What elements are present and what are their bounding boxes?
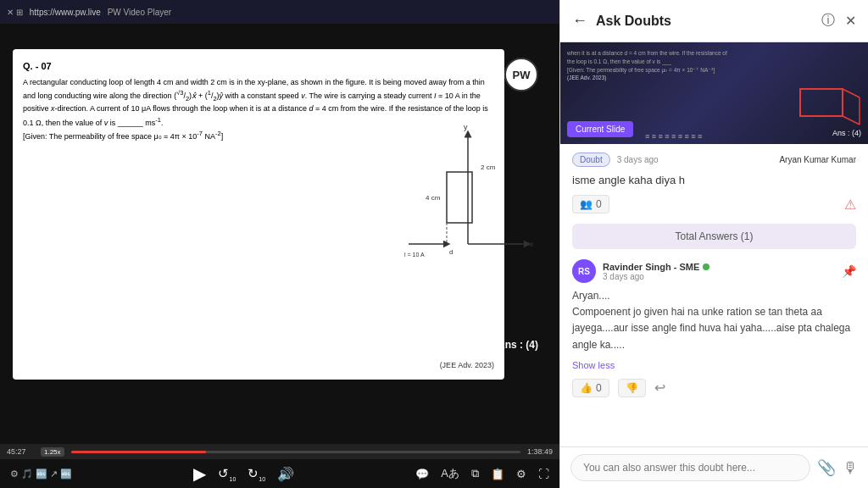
chat-button[interactable]: 💬: [415, 468, 429, 480]
control-icons-row: ⚙ 🎵 🔤 ↗ 🔤 ▶ ↺10 ↻10 🔊 💬 Aあ ⧉ 📋 ⚙ ⛶: [0, 459, 559, 488]
doubt-meta-row: Doubt 3 days ago Aryan Kumar Kumar: [572, 152, 856, 167]
time-total: 1:38:49: [527, 447, 553, 456]
doubt-warn-icon[interactable]: ⚠: [844, 197, 856, 213]
forward-button[interactable]: ↻10: [248, 466, 265, 482]
translate-button[interactable]: Aあ: [441, 466, 459, 481]
answer-avatar: RS: [572, 259, 596, 283]
verified-icon: [703, 263, 709, 270]
pw-logo: PW: [504, 58, 538, 92]
current-slide-button[interactable]: Current Slide: [567, 121, 633, 137]
mic-icon[interactable]: 🎙: [843, 459, 858, 477]
answer-author-left: RS Ravinder Singh - SME 3 days ago: [572, 259, 709, 283]
svg-text:2 cm: 2 cm: [481, 164, 496, 171]
browser-icon: ✕ ⊞: [7, 8, 23, 17]
doubt-like-button[interactable]: 👥 0: [572, 195, 609, 214]
thumb-ans-badge: Ans : (4): [832, 129, 861, 137]
doubt-thumbnail: when it is at a distance d = 4 cm from t…: [560, 42, 868, 144]
doubt-tag: Doubt: [572, 152, 610, 167]
doubt-like-count: 0: [596, 198, 602, 210]
toolbar-icons-left: ⚙ 🎵 🔤 ↗ 🔤: [10, 469, 72, 480]
thumbs-up-icon: 👍: [580, 382, 593, 394]
doubts-panel: ← Ask Doubts ⓘ ✕ when it is at a distanc…: [559, 0, 868, 488]
attach-icon[interactable]: 📎: [817, 458, 836, 477]
svg-line-12: [843, 89, 860, 97]
doubt-input-area: 📎 🎙: [560, 446, 868, 488]
thumbs-down-icon: 👎: [626, 382, 638, 394]
thumb-toolbar: ≡ ≡ ≡ ≡ ≡ ≡ ≡ ≡ ≡: [645, 132, 702, 141]
reply-button[interactable]: ↩: [654, 380, 665, 396]
answer-author-info: Ravinder Singh - SME 3 days ago: [603, 262, 709, 281]
pip-button[interactable]: ⧉: [471, 467, 479, 480]
svg-text:d: d: [449, 248, 453, 256]
progress-area: 45:27 1.25x 1:38:49: [0, 444, 559, 459]
people-icon: 👥: [580, 198, 593, 210]
rewind-button[interactable]: ↺10: [218, 466, 236, 482]
notes-button[interactable]: 📋: [491, 468, 504, 480]
red-shape-overlay: [796, 85, 855, 127]
pin-icon: 📌: [842, 264, 856, 278]
diagram-area: x y 2 cm 4 cm d l = 10 A: [400, 108, 536, 278]
doubts-header: ← Ask Doubts ⓘ ✕: [560, 0, 868, 42]
video-content: Q. - 07 A rectangular conducting loop of…: [0, 24, 559, 444]
svg-line-13: [843, 116, 860, 125]
doubt-actions: 👥 0 ⚠: [572, 195, 856, 214]
progress-track[interactable]: [71, 451, 520, 453]
svg-text:y: y: [464, 123, 468, 131]
svg-text:x: x: [530, 240, 534, 248]
svg-text:l = 10 A: l = 10 A: [404, 252, 425, 258]
svg-rect-11: [800, 89, 843, 116]
doubts-header-right: ⓘ ✕: [821, 12, 856, 30]
total-answers-bar: Total Answers (1): [572, 224, 856, 249]
doubt-author: Aryan Kumar Kumar: [779, 155, 856, 164]
show-less-link[interactable]: Show less: [572, 360, 856, 370]
ans-badge: Ans : (4): [498, 339, 538, 351]
browser-url: https://www.pw.live: [30, 8, 101, 17]
browser-title: PW Video Player: [108, 8, 171, 17]
doubts-title: Ask Doubts: [596, 14, 671, 29]
close-icon[interactable]: ✕: [845, 13, 856, 29]
doubt-content: Doubt 3 days ago Aryan Kumar Kumar isme …: [560, 144, 868, 446]
time-elapsed: 45:27: [7, 447, 34, 456]
answer-author-row: RS Ravinder Singh - SME 3 days ago 📌: [572, 259, 856, 283]
doubt-meta-left: Doubt 3 days ago: [572, 152, 659, 167]
back-icon[interactable]: ←: [572, 12, 587, 30]
doubt-input[interactable]: [570, 454, 810, 481]
fullscreen-button[interactable]: ⛶: [538, 468, 549, 480]
doubt-time: 3 days ago: [617, 155, 659, 164]
progress-fill: [71, 451, 206, 453]
info-icon[interactable]: ⓘ: [821, 12, 835, 30]
doubts-header-left: ← Ask Doubts: [572, 12, 671, 30]
upvote-count: 0: [596, 382, 602, 394]
video-frame: Q. - 07 A rectangular conducting loop of…: [0, 24, 559, 444]
answer-time: 3 days ago: [603, 272, 709, 281]
settings-button[interactable]: ⚙: [516, 468, 526, 480]
question-number: Q. - 07: [23, 59, 494, 74]
answer-vote-row: 👍 0 👎 ↩: [572, 379, 856, 397]
downvote-button[interactable]: 👎: [618, 379, 646, 397]
answer-author-name: Ravinder Singh - SME: [603, 262, 709, 272]
answer-section: RS Ravinder Singh - SME 3 days ago 📌 Ary…: [572, 259, 856, 397]
volume-button[interactable]: 🔊: [277, 466, 294, 482]
svg-text:4 cm: 4 cm: [426, 194, 441, 202]
upvote-button[interactable]: 👍 0: [572, 379, 609, 397]
answer-text: Aryan.... Compoenent jo given hai na unk…: [572, 288, 856, 353]
controls-bar: 45:27 1.25x 1:38:49 ⚙ 🎵 🔤 ↗ 🔤 ▶ ↺10 ↻10 …: [0, 444, 559, 488]
thumb-question-text: when it is at a distance d = 4 cm from t…: [567, 49, 728, 82]
doubt-question-text: isme angle kaha diya h: [572, 174, 856, 186]
play-button[interactable]: ▶: [193, 463, 206, 484]
question-source: (JEE Adv. 2023): [440, 360, 494, 372]
browser-top-bar: ✕ ⊞ https://www.pw.live PW Video Player: [0, 0, 559, 24]
video-panel: ✕ ⊞ https://www.pw.live PW Video Player …: [0, 0, 559, 488]
playback-speed[interactable]: 1.25x: [41, 447, 64, 457]
